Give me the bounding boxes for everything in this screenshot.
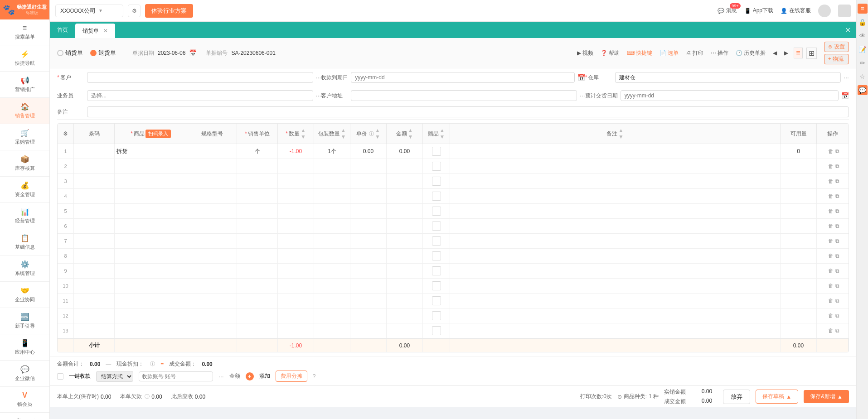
sidebar-item-system[interactable]: ⚙️ 系统管理 <box>0 255 49 282</box>
copy-icon[interactable]: ⧉ <box>835 223 839 229</box>
scan-btn[interactable]: 扫码录入 <box>145 130 171 138</box>
customer-addr-dots-btn[interactable]: ··· <box>580 92 585 99</box>
delivery-calendar-icon[interactable]: 📅 <box>841 92 849 99</box>
td-row1-spec[interactable] <box>187 144 237 159</box>
payment-due-calendar-icon[interactable]: 📅 <box>577 74 585 81</box>
sidebar-item-finance[interactable]: 💰 资金管理 <box>0 177 49 203</box>
td-row1-barcode[interactable] <box>74 144 115 159</box>
salesperson-input[interactable] <box>87 90 313 101</box>
right-panel-icon-5[interactable]: ✏ <box>858 58 868 68</box>
copy-icon[interactable]: ⧉ <box>835 268 839 274</box>
customer-input[interactable] <box>87 72 313 83</box>
sidebar-item-operations[interactable]: 📊 经营管理 <box>0 203 49 229</box>
td-row1-amount[interactable]: 0.00 <box>387 144 423 159</box>
delete-icon[interactable]: 🗑 <box>828 208 834 214</box>
gift-checkbox[interactable] <box>432 281 441 290</box>
sidebar-item-inventory[interactable]: 📦 库存核算 <box>0 150 49 177</box>
online-service-button[interactable]: 👤 在线客服 <box>781 7 811 14</box>
delete-icon[interactable]: 🗑 <box>828 253 834 259</box>
copy-icon[interactable]: ⧉ <box>835 208 839 214</box>
warehouse-dots-btn[interactable]: ··· <box>844 74 849 81</box>
app-download-button[interactable]: 📱 App下载 <box>744 7 773 14</box>
tab-sales-order[interactable]: 销货单 ✕ <box>75 24 115 38</box>
settings-button[interactable]: ⚙ <box>128 5 141 17</box>
save-draft-button[interactable]: 保存草稿 ▲ <box>756 390 798 404</box>
gift-checkbox[interactable] <box>432 236 441 246</box>
sidebar-item-guide[interactable]: 🆕 新手引导 <box>0 308 49 334</box>
td-row1-qty[interactable]: -1.00 <box>278 144 314 159</box>
user-avatar[interactable] <box>818 5 831 17</box>
td-row1-product[interactable]: 拆货 <box>115 144 187 159</box>
gift-checkbox[interactable] <box>432 266 441 275</box>
copy-icon[interactable]: ⧉ <box>835 238 839 244</box>
copy-icon[interactable]: ⧉ <box>835 253 839 259</box>
gift-checkbox[interactable] <box>432 192 441 201</box>
trial-button[interactable]: 体验行业方案 <box>145 4 193 18</box>
company-selector[interactable]: XXXXXX公司 ▼ <box>55 5 123 17</box>
gift-checkbox[interactable] <box>432 296 441 305</box>
gift-checkbox[interactable] <box>432 162 441 171</box>
gift-checkbox[interactable] <box>432 311 441 320</box>
radio-sales-order[interactable]: 销货单 <box>57 49 83 57</box>
operations-button[interactable]: ⋯ 操作 <box>709 48 730 58</box>
copy-icon[interactable]: ⧉ <box>835 313 839 319</box>
gift-checkbox[interactable] <box>432 207 441 216</box>
right-panel-icon-2[interactable]: 🔒 <box>858 17 868 27</box>
right-panel-icon-4[interactable]: 📝 <box>858 44 868 54</box>
collapse-icon[interactable]: ◀ <box>29 417 34 419</box>
delete-icon[interactable]: 🗑 <box>828 193 834 199</box>
delete-icon[interactable]: 🗑 <box>828 298 834 304</box>
sidebar-item-basic[interactable]: 📋 基础信息 <box>0 229 49 255</box>
payment-method-select[interactable]: 结算方式 <box>96 371 133 382</box>
sidebar-item-collab[interactable]: 🤝 企业协同 <box>0 282 49 308</box>
view-list-button[interactable]: ≡ <box>794 48 802 58</box>
copy-icon[interactable]: ⧉ <box>835 193 839 199</box>
td-row1-unit[interactable]: 个 <box>237 144 278 159</box>
select-button[interactable]: 📄 选单 <box>658 48 680 58</box>
sidebar-item-marketing[interactable]: 📢 营销推广 <box>0 72 49 98</box>
gift-checkbox-1[interactable] <box>432 147 441 156</box>
print-button[interactable]: 🖨 打印 <box>684 48 705 58</box>
customer-addr-input[interactable] <box>351 90 577 101</box>
warehouse-input[interactable] <box>615 72 841 83</box>
video-button[interactable]: ▶ 视频 <box>575 48 595 58</box>
sidebar-item-sales[interactable]: 🏠 销售管理 <box>0 98 49 124</box>
notes-input[interactable] <box>87 106 849 117</box>
expense-btn[interactable]: 费用分摊 <box>276 371 307 382</box>
delete-icon[interactable]: 🗑 <box>828 223 834 229</box>
tab-home[interactable]: 首页 <box>50 22 75 38</box>
help-button[interactable]: ❓ 帮助 <box>599 48 621 58</box>
customer-dots-btn[interactable]: ··· <box>316 74 321 81</box>
delete-icon[interactable]: 🗑 <box>828 178 834 184</box>
td-row1-remark[interactable] <box>450 144 781 159</box>
right-panel-icon-3[interactable]: 👁 <box>858 31 868 41</box>
copy-icon[interactable]: ⧉ <box>835 298 839 304</box>
account-dots-btn[interactable]: ··· <box>218 373 224 380</box>
delete-icon[interactable]: 🗑 <box>828 283 834 289</box>
nav-prev-button[interactable]: ◀ <box>771 49 779 57</box>
gift-checkbox[interactable] <box>432 251 441 260</box>
gift-checkbox[interactable] <box>432 222 441 231</box>
copy-icon-1[interactable]: ⧉ <box>835 148 839 154</box>
save-new-button[interactable]: 保存&新增 ▲ <box>804 390 849 403</box>
nav-next-button[interactable]: ▶ <box>782 49 790 57</box>
td-row1-gift[interactable] <box>423 144 450 159</box>
one-click-checkbox[interactable] <box>57 373 63 380</box>
sidebar-item-apps[interactable]: 📱 应用中心 <box>0 334 49 361</box>
copy-icon[interactable]: ⧉ <box>835 178 839 184</box>
view-grid-button[interactable]: ⊞ <box>806 48 817 59</box>
delete-icon[interactable]: 🗑 <box>828 268 834 274</box>
gift-checkbox[interactable] <box>432 177 441 186</box>
tab-close-icon[interactable]: ✕ <box>103 28 108 34</box>
copy-icon[interactable]: ⧉ <box>835 327 839 334</box>
message-button[interactable]: 💬 消息 99+ <box>718 7 737 14</box>
sidebar-item-purchase[interactable]: 🛒 采购管理 <box>0 124 49 150</box>
delete-icon[interactable]: 🗑 <box>828 327 834 334</box>
gift-checkbox[interactable] <box>432 326 441 335</box>
copy-icon[interactable]: ⧉ <box>835 283 839 289</box>
td-row1-price[interactable]: 0.00 <box>350 144 387 159</box>
salesperson-dots-btn[interactable]: ··· <box>316 92 321 99</box>
shortcut-button[interactable]: ⌨ 快捷键 <box>625 48 654 58</box>
sidebar-item-quicknav[interactable]: ⚡ 快捷导航 <box>0 45 49 72</box>
delete-icon[interactable]: 🗑 <box>828 163 834 169</box>
